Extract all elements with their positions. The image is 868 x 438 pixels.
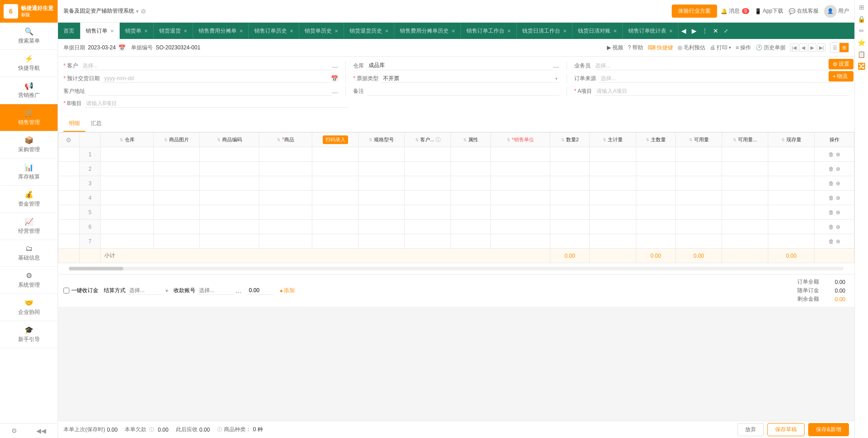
row-1-custcode[interactable] — [405, 147, 451, 162]
row-3-attr[interactable] — [451, 176, 491, 191]
col-config-header[interactable]: ⚙ — [58, 133, 80, 147]
print-button[interactable]: 🖨 打印 ▾ — [710, 44, 731, 52]
col-mainqty-sort-icon[interactable]: ⇅ — [646, 138, 650, 142]
tab-daily-clear[interactable]: 钱货日清工作台 ✕ — [517, 23, 572, 39]
row-2-qty2[interactable] — [550, 162, 590, 176]
sidebar-item-sales[interactable]: 🛒 销售管理 — [0, 104, 58, 131]
col-config-icon[interactable]: ⚙ — [66, 136, 72, 144]
calendar-icon[interactable]: 📅 — [118, 44, 126, 51]
row-6-custcode[interactable] — [405, 220, 451, 234]
grid-view-button[interactable]: ⊞ — [839, 43, 849, 52]
help-button[interactable]: ? 帮助 — [628, 44, 643, 52]
industry-solution-button[interactable]: 体验行业方案 — [672, 5, 717, 18]
tab-sales-stats[interactable]: 销售订单统计表 ✕ — [623, 23, 679, 39]
row-5-warehouse[interactable] — [101, 205, 154, 220]
nav-first-button[interactable]: |◀ — [790, 43, 798, 52]
row-7-code[interactable] — [200, 234, 259, 249]
tab-sales-fee-close[interactable]: ✕ — [239, 29, 243, 34]
row-3-qty2[interactable] — [550, 176, 590, 191]
row-2-code[interactable] — [200, 162, 259, 176]
online-service-button[interactable]: 💬 在线客服 — [789, 7, 819, 15]
sidebar-item-marketing[interactable]: 📢 营销推广 — [0, 77, 58, 104]
tab-sales-stats-close[interactable]: ✕ — [669, 29, 673, 34]
row-4-code[interactable] — [200, 191, 259, 205]
row-1-product[interactable] — [259, 147, 312, 162]
row-2-mainqty[interactable] — [636, 162, 676, 176]
tab-expand[interactable]: ⤢ — [721, 23, 731, 39]
order-source-input[interactable] — [599, 74, 843, 83]
invoice-type-select[interactable]: 不开票 — [381, 74, 559, 83]
row-5-custcode[interactable] — [405, 205, 451, 220]
col-attr-sort-icon[interactable]: ⇅ — [463, 138, 467, 142]
row-7-delete[interactable]: 🗑 — [829, 238, 834, 245]
row-4-spec[interactable] — [359, 191, 405, 205]
tab-sales-order[interactable]: 销售订单 ✕ — [80, 23, 120, 39]
notifications-button[interactable]: 🔔 消息 9 — [721, 7, 749, 15]
rp-grid-icon[interactable]: ⊞ — [856, 2, 867, 13]
tab-fee-history-close[interactable]: ✕ — [451, 29, 455, 34]
amount-input[interactable] — [247, 286, 274, 295]
row-6-spec[interactable] — [359, 220, 405, 234]
row-4-qty2[interactable] — [550, 191, 590, 205]
add-button[interactable]: ● 添加 — [280, 287, 295, 294]
sidebar-collapse-icon[interactable]: ◀◀ — [36, 427, 46, 434]
row-3-copy[interactable]: ⊕ — [836, 180, 840, 187]
sidebar-item-finance[interactable]: 💰 资金管理 — [0, 186, 58, 213]
customer-addr-input[interactable] — [88, 87, 332, 96]
row-2-spec[interactable] — [359, 162, 405, 176]
row-2-copy[interactable]: ⊕ — [836, 166, 840, 172]
sidebar-settings-icon[interactable]: ⚙ — [11, 427, 17, 434]
col-code-sort-icon[interactable]: ⇅ — [217, 138, 221, 142]
row-2-delete[interactable]: 🗑 — [829, 166, 834, 172]
customer-dots-icon[interactable]: … — [332, 62, 338, 69]
list-view-button[interactable]: ☰ — [830, 43, 839, 52]
row-1-warehouse[interactable] — [101, 147, 154, 162]
tab-sales-workbench[interactable]: 销售订单工作台 ✕ — [461, 23, 517, 39]
row-5-qty2[interactable] — [550, 205, 590, 220]
col-qty2-sort-icon[interactable]: ⇅ — [561, 138, 565, 142]
row-5-delete[interactable]: 🗑 — [829, 209, 834, 216]
tab-nav-next[interactable]: ▶ — [689, 23, 699, 39]
rp-edit-icon[interactable]: ✏ — [856, 25, 867, 36]
scrollbar-thumb[interactable] — [69, 267, 123, 270]
row-2-custcode[interactable] — [405, 162, 451, 176]
b-project-input[interactable] — [84, 99, 349, 108]
row-4-unit[interactable] — [490, 191, 550, 205]
row-3-mainqty[interactable] — [636, 176, 676, 191]
rp-star-icon[interactable]: ⭐ — [856, 37, 867, 48]
product-types-icon[interactable]: ⓘ — [217, 426, 222, 433]
tab-sales-invoice-close[interactable]: ✕ — [144, 29, 148, 34]
tab-daily-reconcile-close[interactable]: ✕ — [613, 29, 617, 34]
settle-method-arrow-icon[interactable]: ▾ — [165, 288, 168, 294]
history-button[interactable]: 🕐 历史单据 — [756, 44, 786, 52]
sidebar-item-base-info[interactable]: 🗂 基础信息 — [0, 240, 58, 267]
row-3-warehouse[interactable] — [101, 176, 154, 191]
row-5-code[interactable] — [200, 205, 259, 220]
row-6-warehouse[interactable] — [101, 220, 154, 234]
debit-info-icon[interactable]: ⓘ — [149, 426, 154, 433]
profit-button[interactable]: ◎ 毛利预估 — [678, 44, 705, 52]
row-1-attr[interactable] — [451, 147, 491, 162]
settle-method-input[interactable] — [127, 286, 164, 295]
sidebar-item-collab[interactable]: 🤝 企业协同 — [0, 294, 58, 321]
sidebar-item-operations[interactable]: 📈 经营管理 — [0, 213, 58, 240]
a-project-input[interactable] — [595, 87, 849, 96]
tab-invoice-history-close[interactable]: ✕ — [335, 29, 338, 34]
save-draft-button[interactable]: 保存草稿 — [767, 423, 805, 436]
tab-summary[interactable]: 汇总 — [85, 116, 107, 132]
settings-button[interactable]: ⚙ 设置 — [829, 59, 853, 69]
col-warehouse-sort-icon[interactable]: ⇅ — [120, 138, 123, 142]
tab-daily-reconcile[interactable]: 钱货日清对账 ✕ — [572, 23, 623, 39]
row-5-product[interactable] — [259, 205, 312, 220]
row-1-delete[interactable]: 🗑 — [829, 151, 834, 158]
col-img-sort-icon[interactable]: ⇅ — [164, 138, 168, 142]
delivery-calendar-icon[interactable]: 📅 — [331, 75, 338, 82]
row-6-copy[interactable]: ⊕ — [836, 224, 840, 230]
sidebar-item-inventory[interactable]: 📊 库存核算 — [0, 159, 58, 186]
row-4-warehouse[interactable] — [101, 191, 154, 205]
row-4-mainqty[interactable] — [636, 191, 676, 205]
quick-settle-checkbox[interactable] — [63, 288, 69, 294]
tab-more-button[interactable]: ⋮ — [699, 23, 710, 39]
row-3-code[interactable] — [200, 176, 259, 191]
tab-sales-return-close[interactable]: ✕ — [184, 29, 187, 34]
